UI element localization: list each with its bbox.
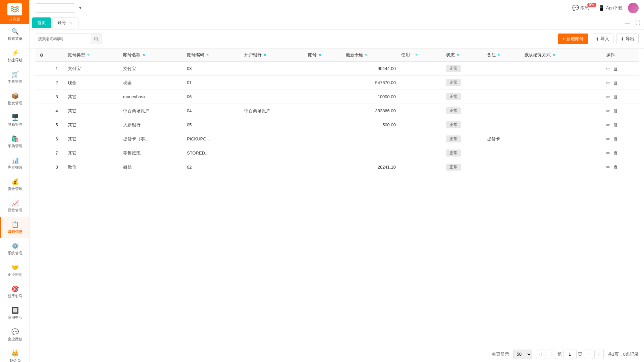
column-remark[interactable]: 备注 ⇅ (484, 49, 522, 62)
ops-mgmt-icon: 📈 (11, 199, 19, 207)
next-page-button[interactable]: ⟩ (584, 350, 593, 359)
column-status-label: 状态 (446, 52, 455, 57)
delete-button[interactable]: 🗑 (613, 94, 618, 100)
column-name[interactable]: 账号名称 ⇅ (120, 49, 184, 62)
edit-button[interactable]: ✏ (606, 80, 610, 86)
import-button[interactable]: ⬆ 导入 (591, 34, 613, 44)
column-type[interactable]: 账号类型 ⇅ (65, 49, 120, 62)
tab-account[interactable]: 账号 × (52, 17, 78, 28)
column-account[interactable]: 账号 ⇅ (305, 49, 343, 62)
sidebar-item-fund-mgmt[interactable]: 💰 资金管理 (0, 174, 29, 195)
first-page-button[interactable]: ⟨⟨ (536, 350, 545, 359)
column-bank[interactable]: 开户银行 ⇅ (241, 49, 305, 62)
sidebar-item-enterprise-agreement[interactable]: 🤝 企业协同 (0, 260, 29, 281)
delete-button[interactable]: 🗑 (613, 136, 618, 142)
sidebar-nav: 🔍 搜索菜单 ⚡ 快捷导航 🛒 零售管理 📦 批发管理 🖥️ 电商管理 🛍️ 采… (0, 24, 29, 362)
search-input[interactable] (35, 37, 91, 41)
search-menu-icon: 🔍 (11, 28, 19, 35)
row-name-cell: 中百商场账户 (120, 104, 184, 118)
sidebar-item-beginner-guide[interactable]: 🎯 新手引导 (0, 281, 29, 303)
row-usage-cell (398, 62, 443, 76)
app-download-button[interactable]: 📱 App下载 (598, 5, 623, 11)
sidebar-item-ecommerce-mgmt[interactable]: 🖥️ 电商管理 (0, 110, 29, 131)
edit-button[interactable]: ✏ (606, 108, 610, 114)
tab-maximize-button[interactable]: ⛶ (634, 19, 641, 27)
sidebar-item-ops-mgmt[interactable]: 📈 经营管理 (0, 195, 29, 217)
sidebar-item-enterprise-wechat[interactable]: 💬 企业微信 (0, 324, 29, 346)
sidebar-item-basic-info[interactable]: 📋 基础信息 (0, 217, 29, 238)
top-search-input[interactable] (35, 3, 75, 13)
total-records-label: 共1页，8条记录 (608, 351, 639, 357)
sidebar-item-sys-mgmt[interactable]: ⚙️ 系统管理 (0, 238, 29, 260)
tab-home[interactable]: 首页 (32, 17, 51, 28)
sidebar-item-purchase-mgmt[interactable]: 🛍️ 采购管理 (0, 131, 29, 153)
message-button[interactable]: 💬 消息 99+ (572, 5, 593, 11)
row-usage-cell (398, 146, 443, 160)
dropdown-button[interactable]: ▾ (79, 5, 82, 10)
top-header-left: ▾ (35, 3, 82, 13)
column-usage[interactable]: 使用... ⇅ (398, 49, 443, 62)
row-code-cell: 01 (184, 76, 241, 90)
sidebar-item-member[interactable]: 👑 畅会员 (0, 346, 29, 362)
sidebar-item-app-center[interactable]: 🔲 应用中心 (0, 303, 29, 324)
row-config-cell (35, 132, 48, 146)
row-bank-cell (241, 62, 305, 76)
export-button[interactable]: ⬇ 导出 (616, 34, 639, 44)
row-action-cell: ✏ 🗑 (603, 160, 639, 174)
tab-close-button[interactable]: × (68, 20, 73, 25)
sidebar-item-retail-mgmt[interactable]: 🛒 零售管理 (0, 67, 29, 88)
page-prefix-label: 第 (557, 351, 562, 357)
sidebar-item-inventory[interactable]: 📊 库存核算 (0, 153, 29, 174)
table-row: 6 其它 提货卡（零... PICKUPC... 正常 提货卡 ✏ 🗑 (35, 132, 639, 146)
delete-button[interactable]: 🗑 (613, 80, 618, 86)
row-config-cell (35, 146, 48, 160)
delete-button[interactable]: 🗑 (613, 164, 618, 170)
delete-button[interactable]: 🗑 (613, 122, 618, 128)
user-avatar[interactable] (628, 3, 639, 13)
row-usage-cell (398, 90, 443, 104)
sidebar-item-quick-nav[interactable]: ⚡ 快捷导航 (0, 45, 29, 67)
edit-button[interactable]: ✏ (606, 164, 610, 170)
edit-button[interactable]: ✏ (606, 94, 610, 100)
row-type-cell: 其它 (65, 104, 120, 118)
row-config-cell (35, 76, 48, 90)
tab-bar: 首页 账号 × — ⛶ (30, 16, 644, 29)
per-page-label: 每页显示 (492, 351, 509, 357)
page-size-select[interactable]: 50 100 200 (513, 350, 532, 359)
search-button[interactable] (91, 34, 102, 44)
table-row: 4 其它 中百商场账户 04 中百商场账户 383866.00 正常 ✏ 🗑 (35, 104, 639, 118)
row-no-cell: 3 (48, 90, 65, 104)
row-config-cell (35, 118, 48, 132)
sidebar-item-label: 新手引导 (8, 294, 22, 299)
page-input[interactable] (563, 350, 577, 359)
row-settlement-cell (522, 160, 603, 174)
delete-button[interactable]: 🗑 (613, 66, 618, 72)
row-action-cell: ✏ 🗑 (603, 76, 639, 90)
sidebar-item-wholesale-mgmt[interactable]: 📦 批发管理 (0, 88, 29, 110)
delete-button[interactable]: 🗑 (613, 108, 618, 114)
column-code[interactable]: 账号编码 ⇅ (184, 49, 241, 62)
prev-page-button[interactable]: ⟨ (547, 350, 556, 359)
row-usage-cell (398, 132, 443, 146)
edit-button[interactable]: ✏ (606, 136, 610, 142)
delete-button[interactable]: 🗑 (613, 150, 618, 156)
table-wrap: ⚙ 账号类型 ⇅ 账号名称 ⇅ 账号编码 ⇅ (30, 49, 644, 346)
column-balance[interactable]: 最新余额 ⇅ (343, 49, 398, 62)
row-status-cell: 正常 (443, 90, 484, 104)
column-account-label: 账号 (308, 52, 317, 57)
edit-button[interactable]: ✏ (606, 150, 610, 156)
add-account-button[interactable]: + 新增账号 (558, 34, 588, 44)
column-status[interactable]: 状态 ⇅ (443, 49, 484, 62)
tab-minimize-button[interactable]: — (624, 19, 631, 27)
sidebar-item-search-menu[interactable]: 🔍 搜索菜单 (0, 24, 29, 45)
edit-button[interactable]: ✏ (606, 66, 610, 72)
column-config[interactable]: ⚙ (35, 49, 48, 62)
row-bank-cell (241, 146, 305, 160)
edit-button[interactable]: ✏ (606, 122, 610, 128)
last-page-button[interactable]: ⟩⟩ (594, 350, 604, 359)
row-name-cell: 支付宝 (120, 62, 184, 76)
sidebar-item-label: 资金管理 (8, 186, 22, 191)
column-settlement[interactable]: 默认结算方式 ⇅ (522, 49, 603, 62)
sort-icon: ⇅ (87, 53, 90, 57)
inventory-icon: 📊 (11, 157, 19, 164)
